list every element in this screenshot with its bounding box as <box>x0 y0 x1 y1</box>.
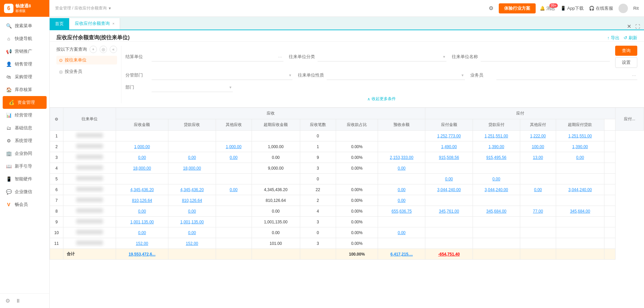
sidebar-label-basic: 基础信息 <box>15 125 32 131</box>
sidebar-label-system: 系统管理 <box>15 138 32 144</box>
purchase-icon: 🛍 <box>5 74 12 80</box>
chevron-down-icon[interactable]: ▾ <box>109 6 111 11</box>
online-service-button[interactable]: 🎧 在线客服 <box>589 5 613 11</box>
sidebar-item-search[interactable]: 🔍 搜索菜单 <box>0 19 49 32</box>
query-button[interactable]: 查询 <box>615 46 637 56</box>
salesperson-input[interactable] <box>496 71 637 80</box>
bottom-collapse-icon[interactable]: ⏸ <box>15 298 21 304</box>
window-close-icon[interactable]: ✕ <box>627 23 631 30</box>
partner-category-chevron[interactable]: ▾ <box>443 54 445 59</box>
summary-ap-total[interactable]: -654,751.40 <box>425 249 473 260</box>
marketing-icon: 📢 <box>5 49 12 54</box>
th-ar-ratio: 应收款占比 <box>336 119 378 131</box>
tab-arquery-label: 应收应付余额查询 <box>75 20 110 27</box>
search-row-2: 分管部门 ▾ 往来单位性质 ▾ 业务员 <box>125 71 637 80</box>
headset-icon: 🎧 <box>589 6 594 11</box>
dept-manager-input[interactable] <box>152 71 292 80</box>
logo-name: 畅捷通8 <box>15 3 31 9</box>
sidebar-label-guide: 新手引导 <box>15 163 32 169</box>
department-chevron[interactable]: ▾ <box>229 85 231 90</box>
sidebar-item-enterprise[interactable]: 🏢 企业协同 <box>0 147 49 160</box>
table-settings-icon[interactable]: ⚙ <box>55 117 58 122</box>
sidebar-item-member[interactable]: V 畅会员 <box>0 198 49 211</box>
th-ar-group: 应收 <box>116 108 425 119</box>
sidebar-item-guide[interactable]: 📖 新手引导 <box>0 160 49 173</box>
sidebar-item-marketing[interactable]: 📢 营销推广 <box>0 45 49 58</box>
enterprise-icon: 🏢 <box>5 151 12 156</box>
query-by-salesperson[interactable]: ◎ 按业务员 <box>56 67 117 76</box>
search-icon: 🔍 <box>5 23 12 29</box>
sidebar-item-sales[interactable]: 👤 销售管理 <box>0 58 49 71</box>
sidebar-item-finance[interactable]: 💰 资金管理 <box>3 96 47 109</box>
page-header: 应收应付余额查询(按往来单位) ↑ 导出 ↺ 刷新 <box>50 30 644 42</box>
partner-nature-input[interactable] <box>327 71 465 80</box>
sidebar-label-hardware: 智能硬件 <box>15 176 32 182</box>
settlement-unit-dots[interactable]: ··· <box>278 54 282 59</box>
tab-close-icon[interactable]: × <box>112 21 114 26</box>
settlement-unit-input[interactable] <box>152 52 283 61</box>
partner-category-label: 往来单位分类 <box>289 54 315 60</box>
message-button[interactable]: 🔔 消息 99+ <box>540 5 555 11</box>
basic-icon: 🗂 <box>5 125 12 131</box>
sidebar-label-operation: 经营管理 <box>15 112 32 118</box>
wechat-icon: 💬 <box>5 189 12 194</box>
table-area: ⚙ 往来单位 应收 应付 应付... 应收金额 贷款应收 其他应收 超期应收金额… <box>50 107 644 308</box>
th-ap-group: 应付 <box>425 108 615 119</box>
finance-icon: 💰 <box>8 100 15 105</box>
field-salesperson: 业务员 ··· <box>470 71 637 80</box>
collapse-button[interactable]: ∧ 收起更多条件 <box>367 96 396 102</box>
tab-arquery[interactable]: 应收应付余额查询 × <box>69 18 120 30</box>
th-ar-prepay: 预收余额 <box>378 119 425 131</box>
phone-icon: 📱 <box>560 6 566 11</box>
username[interactable]: Rit <box>633 6 639 11</box>
sidebar-item-inventory[interactable]: 🏠 库存核算 <box>0 83 49 96</box>
window-maximize-icon[interactable]: ⛶ <box>635 24 640 29</box>
partner-name-input[interactable] <box>481 52 610 61</box>
user-avatar[interactable] <box>619 4 628 13</box>
app-download-button[interactable]: 📱 App下载 <box>560 5 584 11</box>
sidebar-item-purchase[interactable]: 🛍 采购管理 <box>0 71 49 83</box>
sidebar-item-system[interactable]: ⚙ 系统管理 <box>0 134 49 147</box>
tab-home-label: 首页 <box>55 21 64 27</box>
partner-category-input[interactable] <box>318 52 447 61</box>
promo-button[interactable]: 体验行业方案 <box>499 3 536 13</box>
setting-button[interactable]: 设置 <box>615 57 637 68</box>
summary-ar-total[interactable]: 19,553,472,6... <box>116 249 168 260</box>
system-icon: ⚙ <box>5 138 12 143</box>
breadcrumb: 资金管理 / 应收应付余额查询 ▾ <box>55 5 485 11</box>
field-dept-manager: 分管部门 ▾ <box>125 71 292 80</box>
bottom-settings-icon[interactable]: ⚙ <box>5 298 10 304</box>
collapse-query-btn[interactable]: « <box>110 46 117 53</box>
partner-nature-chevron[interactable]: ▾ <box>462 73 464 78</box>
dept-manager-label: 分管部门 <box>125 72 149 78</box>
salesperson-label: 业务员 <box>470 72 494 78</box>
tabbar: 首页 应收应付余额查询 × ✕ ⛶ <box>50 17 644 30</box>
add-query-btn[interactable]: + <box>90 46 97 53</box>
th-ap-amount: 应付金额 <box>425 119 473 131</box>
department-label: 部门 <box>125 84 149 90</box>
th-settings[interactable]: ⚙ <box>50 108 63 131</box>
sidebar-item-hardware[interactable]: 📱 智能硬件 <box>0 173 49 185</box>
table-row: 21,000.001,000.001,000.0010.00%1,490.001… <box>50 141 644 152</box>
gear-icon[interactable]: ⚙ <box>489 5 493 11</box>
hardware-icon: 📱 <box>5 176 12 182</box>
refresh-button[interactable]: ↺ 刷新 <box>624 35 637 41</box>
sidebar-item-basic[interactable]: 🗂 基础信息 <box>0 122 49 134</box>
tab-home[interactable]: 首页 <box>50 18 69 30</box>
salesperson-dots[interactable]: ··· <box>632 73 636 78</box>
th-ap-more: 应付... <box>615 108 644 131</box>
query-label: 按以下方案查询 <box>56 46 87 52</box>
sidebar-item-wechat[interactable]: 💬 企业微信 <box>0 185 49 198</box>
th-ap-other: 其他应付 <box>520 119 556 131</box>
sidebar-label-purchase: 采购管理 <box>15 74 32 80</box>
query-by-partner[interactable]: ⊙ 按往来单位 <box>56 56 117 64</box>
export-button[interactable]: ↑ 导出 <box>607 35 620 41</box>
guide-icon: 📖 <box>5 164 12 169</box>
sidebar-item-quicknav[interactable]: ⌂ 快捷导航 <box>0 32 49 45</box>
summary-ar-prepay[interactable]: 6,417,215.... <box>378 249 425 260</box>
edit-query-btn[interactable]: ◎ <box>100 46 107 53</box>
department-input[interactable] <box>152 83 233 92</box>
sidebar-item-operation[interactable]: 📊 经营管理 <box>0 109 49 122</box>
dept-manager-chevron[interactable]: ▾ <box>289 73 291 78</box>
search-area: 按以下方案查询 + ◎ « ⊙ 按往来单位 ◎ 按业务员 结算单位 <box>50 42 644 107</box>
